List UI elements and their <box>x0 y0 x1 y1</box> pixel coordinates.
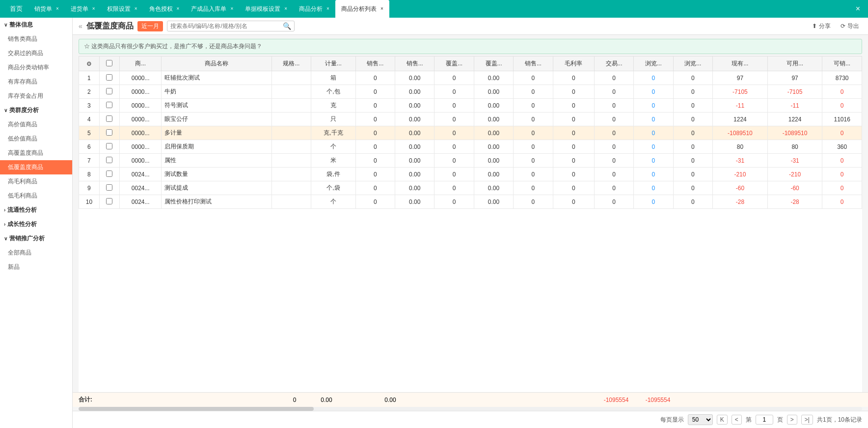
select-all-checkbox[interactable] <box>106 60 112 66</box>
available-column-header[interactable]: 可用... <box>767 57 822 71</box>
sales1-column-header[interactable]: 销售... <box>355 57 395 71</box>
row-browse1[interactable]: 0 <box>634 168 673 181</box>
row-checkbox[interactable] <box>106 74 112 81</box>
sidebar-section-circulation[interactable]: › 流通性分析 <box>0 203 72 217</box>
browse1-link[interactable]: 0 <box>652 143 655 150</box>
row-checkbox-cell[interactable] <box>99 126 119 140</box>
sidebar-section-cluster[interactable]: ∨ 类群度分析 <box>0 103 72 117</box>
last-page-button[interactable]: >| <box>801 415 813 425</box>
search-input[interactable] <box>170 23 283 29</box>
sales2-column-header[interactable]: 销售... <box>395 57 434 71</box>
row-browse1[interactable]: 0 <box>634 71 673 85</box>
nav-item-production[interactable]: 产成品入库单 × <box>185 0 239 18</box>
sidebar-item-sales-goods[interactable]: 销售类商品 <box>0 32 72 46</box>
code-column-header[interactable]: 商... <box>119 57 161 71</box>
browse1-link[interactable]: 0 <box>652 75 655 82</box>
nav-item-roles[interactable]: 角色授权 × <box>143 0 186 18</box>
browse1-link[interactable]: 0 <box>652 171 655 178</box>
close-icon[interactable]: × <box>177 0 180 18</box>
export-button[interactable]: ⟳ 导出 <box>838 21 862 31</box>
nav-item-analysis-list[interactable]: 商品分析列表 × <box>335 0 389 18</box>
browse1-link[interactable]: 0 <box>652 130 655 137</box>
sidebar-item-high-margin[interactable]: 高毛利商品 <box>0 174 72 189</box>
sidebar-item-stock-goods[interactable]: 有库存商品 <box>0 75 72 89</box>
table-wrapper[interactable]: ⚙ 商... 商品名称 规格... 计量... 销售... 销售... 覆盖..… <box>79 56 862 392</box>
spec-column-header[interactable]: 规格... <box>271 57 311 71</box>
row-checkbox-cell[interactable] <box>99 99 119 113</box>
close-icon[interactable]: × <box>326 0 329 18</box>
sidebar-item-category-turnover[interactable]: 商品分类动销率 <box>0 60 72 75</box>
sidebar-collapse-button[interactable]: « <box>79 22 82 30</box>
nav-item-templates[interactable]: 单据模板设置 × <box>239 0 293 18</box>
checkbox-column-header[interactable] <box>99 57 119 71</box>
prev-page-button[interactable]: < <box>732 415 742 425</box>
gross-margin-column-header[interactable]: 毛利率 <box>553 57 594 71</box>
close-icon[interactable]: × <box>230 0 233 18</box>
time-filter-button[interactable]: 近一月 <box>137 21 163 31</box>
transaction-column-header[interactable]: 交易... <box>594 57 633 71</box>
page-number-input[interactable] <box>756 415 773 425</box>
nav-item-analysis[interactable]: 商品分析 × <box>293 0 335 18</box>
name-column-header[interactable]: 商品名称 <box>162 57 271 71</box>
row-browse1[interactable]: 0 <box>634 140 673 154</box>
row-checkbox-cell[interactable] <box>99 140 119 154</box>
row-checkbox-cell[interactable] <box>99 181 119 195</box>
browse1-link[interactable]: 0 <box>652 199 655 205</box>
row-checkbox-cell[interactable] <box>99 85 119 99</box>
sidebar-item-high-coverage[interactable]: 高覆盖度商品 <box>0 146 72 160</box>
close-icon[interactable]: × <box>284 0 287 18</box>
nav-item-purchase[interactable]: 进货单 × <box>65 0 101 18</box>
row-browse1[interactable]: 0 <box>634 126 673 140</box>
sidebar-item-low-value[interactable]: 低价值商品 <box>0 132 72 146</box>
row-browse1[interactable]: 0 <box>634 99 673 113</box>
sales3-column-header[interactable]: 销售... <box>514 57 553 71</box>
row-checkbox[interactable] <box>106 129 112 136</box>
browse1-link[interactable]: 0 <box>652 185 655 192</box>
close-icon[interactable]: × <box>135 0 137 18</box>
close-icon[interactable]: × <box>56 0 59 18</box>
row-checkbox[interactable] <box>106 198 112 204</box>
coverage2-column-header[interactable]: 覆盖... <box>474 57 513 71</box>
browse1-link[interactable]: 0 <box>652 157 655 164</box>
row-checkbox[interactable] <box>106 115 112 122</box>
nav-item-sales[interactable]: 销货单 × <box>28 0 65 18</box>
row-checkbox[interactable] <box>106 171 112 177</box>
row-browse1[interactable]: 0 <box>634 113 673 126</box>
nav-item-permissions[interactable]: 权限设置 × <box>101 0 143 18</box>
sidebar-section-overall[interactable]: ∨ 整体信息 <box>0 18 72 32</box>
row-checkbox[interactable] <box>106 157 112 163</box>
sidebar-item-low-margin[interactable]: 低毛利商品 <box>0 189 72 203</box>
sidebar-section-marketing[interactable]: ∨ 营销推广分析 <box>0 231 72 246</box>
row-browse1[interactable]: 0 <box>634 195 673 209</box>
row-browse1[interactable]: 0 <box>634 181 673 195</box>
next-page-button[interactable]: > <box>787 415 797 425</box>
sidebar-section-growth[interactable]: › 成长性分析 <box>0 217 72 231</box>
sidebar-item-stock-capital[interactable]: 库存资金占用 <box>0 89 72 103</box>
row-checkbox[interactable] <box>106 88 112 94</box>
row-browse1[interactable]: 0 <box>634 85 673 99</box>
close-icon[interactable]: × <box>92 0 95 18</box>
coverage1-column-header[interactable]: 覆盖... <box>434 57 474 71</box>
browse1-link[interactable]: 0 <box>652 88 655 95</box>
first-page-button[interactable]: K <box>717 415 728 425</box>
sidebar-item-all-goods[interactable]: 全部商品 <box>0 246 72 260</box>
row-checkbox-cell[interactable] <box>99 168 119 181</box>
share-button[interactable]: ⬆ 分享 <box>809 21 834 31</box>
row-checkbox-cell[interactable] <box>99 71 119 85</box>
unit-column-header[interactable]: 计量... <box>311 57 355 71</box>
sidebar-item-low-coverage[interactable]: 低覆盖度商品 <box>0 160 72 174</box>
row-checkbox[interactable] <box>106 102 112 108</box>
browse2-column-header[interactable]: 浏览... <box>673 57 712 71</box>
row-checkbox-cell[interactable] <box>99 195 119 209</box>
per-page-select[interactable]: 50 20 100 <box>688 414 713 425</box>
nav-item-home[interactable]: 首页 <box>4 0 28 18</box>
row-browse1[interactable]: 0 <box>634 154 673 168</box>
browse1-link[interactable]: 0 <box>652 116 655 123</box>
current-column-header[interactable]: 现有... <box>713 57 768 71</box>
search-icon[interactable]: 🔍 <box>283 22 291 30</box>
row-checkbox-cell[interactable] <box>99 113 119 126</box>
row-checkbox[interactable] <box>106 143 112 149</box>
row-checkbox[interactable] <box>106 184 112 191</box>
close-icon[interactable]: × <box>380 0 383 18</box>
row-checkbox-cell[interactable] <box>99 154 119 168</box>
